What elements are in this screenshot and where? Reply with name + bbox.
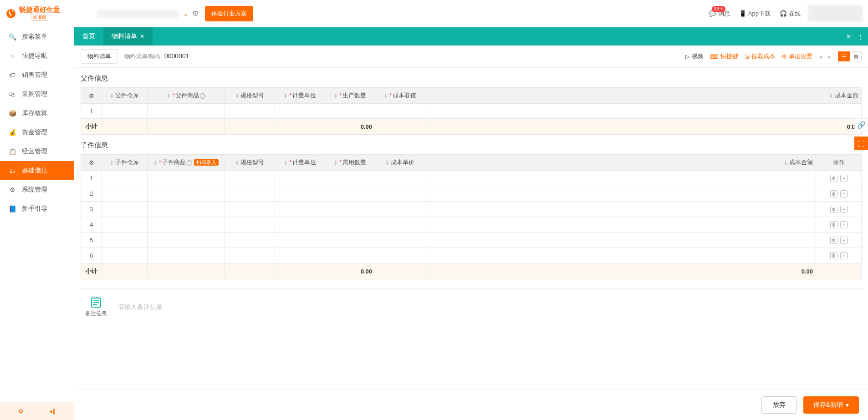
help-icon[interactable]: ? — [187, 160, 192, 166]
collapse-icon[interactable]: ◂∥ — [49, 408, 56, 415]
col-parent-spec[interactable]: ▲▼规格型号 — [225, 88, 275, 104]
col-child-product[interactable]: ▲▼*子件商品?扫码录入 — [148, 155, 225, 171]
cell[interactable] — [425, 171, 816, 186]
cell[interactable] — [375, 233, 425, 248]
cell[interactable] — [102, 186, 148, 202]
cell[interactable] — [325, 104, 375, 119]
col-child-cost-amount[interactable]: ▲▼成本金额 — [425, 155, 816, 171]
cell[interactable] — [275, 233, 325, 248]
sidebar-item-system[interactable]: ⚙系统管理 — [0, 180, 74, 199]
expand-icon[interactable]: ⛶ — [854, 137, 868, 150]
cell[interactable] — [275, 248, 325, 263]
sidebar-item-inventory[interactable]: 📦库存核算 — [0, 104, 74, 123]
cell[interactable] — [425, 202, 816, 217]
cell[interactable] — [225, 171, 275, 186]
cell[interactable] — [425, 186, 816, 202]
cell[interactable] — [225, 202, 275, 217]
extract-cost-link[interactable]: ⇲提取成本 — [745, 52, 775, 61]
col-gear[interactable]: ⚙ — [81, 155, 102, 171]
experience-button[interactable]: 体验行业方案 — [205, 6, 253, 21]
view-list-icon[interactable]: ☰ — [838, 51, 850, 61]
save-new-button[interactable]: 保存&新增▾ — [803, 396, 859, 414]
add-row-icon[interactable]: ＋ — [840, 221, 848, 228]
prev-icon[interactable]: ◂ — [819, 53, 822, 60]
sidebar-item-search[interactable]: 🔍搜索菜单 — [0, 27, 74, 46]
child-row[interactable]: 4🗑＋ — [81, 217, 862, 233]
attachment-icon[interactable]: 🔗 — [854, 118, 868, 132]
shortcut-link[interactable]: ⌨快捷键 — [710, 52, 738, 61]
messages-link[interactable]: 💬 消息 99 + — [709, 10, 730, 18]
cell[interactable] — [225, 104, 275, 119]
discard-button[interactable]: 放弃 — [761, 396, 797, 414]
cell[interactable] — [225, 233, 275, 248]
delete-icon[interactable]: 🗑 — [830, 190, 837, 197]
cell[interactable] — [102, 248, 148, 263]
add-row-icon[interactable]: ＋ — [840, 190, 848, 197]
col-parent-cost-method[interactable]: ▲▼*成本取值 — [375, 88, 425, 104]
col-child-cost-price[interactable]: ▲▼成本单价 — [375, 155, 425, 171]
cell[interactable] — [102, 104, 148, 119]
cell[interactable] — [375, 186, 425, 202]
cell[interactable] — [225, 248, 275, 263]
col-parent-product[interactable]: ▲▼*父件商品? — [148, 88, 225, 104]
cell[interactable] — [148, 186, 225, 202]
tab-home[interactable]: 首页 — [74, 27, 103, 46]
cell[interactable] — [148, 233, 225, 248]
sidebar-item-guide[interactable]: 📘新手引导 — [0, 199, 74, 218]
col-parent-unit[interactable]: ▲▼*计量单位 — [275, 88, 325, 104]
col-gear[interactable]: ⚙ — [81, 88, 102, 104]
add-row-icon[interactable]: ＋ — [840, 252, 848, 259]
cell[interactable] — [275, 186, 325, 202]
org-selector[interactable]: ⌄ — [97, 10, 189, 18]
child-row[interactable]: 1🗑＋ — [81, 171, 862, 186]
cell[interactable] — [148, 202, 225, 217]
cell[interactable] — [425, 248, 816, 263]
col-child-unit[interactable]: ▲▼*计量单位 — [275, 155, 325, 171]
col-child-qty[interactable]: ▲▼*需用数量 — [325, 155, 375, 171]
cell[interactable] — [375, 104, 425, 119]
next-icon[interactable]: ▸ — [828, 53, 832, 60]
cell[interactable] — [225, 186, 275, 202]
sidebar-item-sales[interactable]: 🏷销售管理 — [0, 66, 74, 85]
cell[interactable] — [325, 186, 375, 202]
delete-icon[interactable]: 🗑 — [830, 237, 837, 244]
cell[interactable] — [102, 171, 148, 186]
cell[interactable] — [425, 217, 816, 233]
child-row[interactable]: 3🗑＋ — [81, 202, 862, 217]
sidebar-item-purchase[interactable]: 🛍采购管理 — [0, 85, 74, 104]
col-parent-cost-amount[interactable]: ▲▼成本金额 — [425, 88, 862, 104]
help-icon[interactable]: ? — [200, 93, 205, 99]
cell[interactable] — [148, 217, 225, 233]
scan-badge[interactable]: 扫码录入 — [194, 159, 219, 166]
col-child-warehouse[interactable]: ▲▼子件仓库 — [102, 155, 148, 171]
cell[interactable] — [325, 217, 375, 233]
sidebar-item-management[interactable]: 📋经营管理 — [0, 142, 74, 161]
toolbar-tab[interactable]: 物料清单 — [81, 49, 118, 64]
cell[interactable] — [425, 104, 862, 119]
cell[interactable] — [275, 104, 325, 119]
doc-settings-link[interactable]: ⚙单据设置 — [781, 52, 812, 61]
cell[interactable] — [102, 202, 148, 217]
cell[interactable] — [375, 217, 425, 233]
user-avatar[interactable] — [808, 5, 863, 22]
cell[interactable] — [375, 202, 425, 217]
close-icon[interactable]: ✕ — [140, 33, 144, 40]
cell[interactable] — [325, 202, 375, 217]
settings-gear-icon[interactable]: ⚙ — [192, 9, 199, 18]
sidebar-item-quicknav[interactable]: ⌂快捷导航 — [0, 46, 74, 66]
delete-icon[interactable]: 🗑 — [830, 175, 837, 182]
add-row-icon[interactable]: ＋ — [840, 206, 848, 213]
add-row-icon[interactable]: ＋ — [840, 237, 848, 244]
col-parent-qty[interactable]: ▲▼*生产数量 — [325, 88, 375, 104]
cell[interactable] — [102, 233, 148, 248]
tab-bom[interactable]: 物料清单✕ — [103, 27, 153, 46]
add-row-icon[interactable]: ＋ — [840, 175, 848, 182]
more-icon[interactable]: ⋮ — [858, 33, 863, 40]
child-row[interactable]: 2🗑＋ — [81, 186, 862, 202]
settings-icon[interactable]: ⚙ — [18, 408, 24, 415]
app-download-link[interactable]: 📱 App下载 — [739, 10, 771, 18]
delete-icon[interactable]: 🗑 — [830, 221, 837, 228]
cell[interactable] — [375, 171, 425, 186]
close-all-icon[interactable]: ✕ — [846, 33, 851, 40]
sidebar-item-basicinfo[interactable]: 🗂基础信息 — [0, 161, 74, 180]
